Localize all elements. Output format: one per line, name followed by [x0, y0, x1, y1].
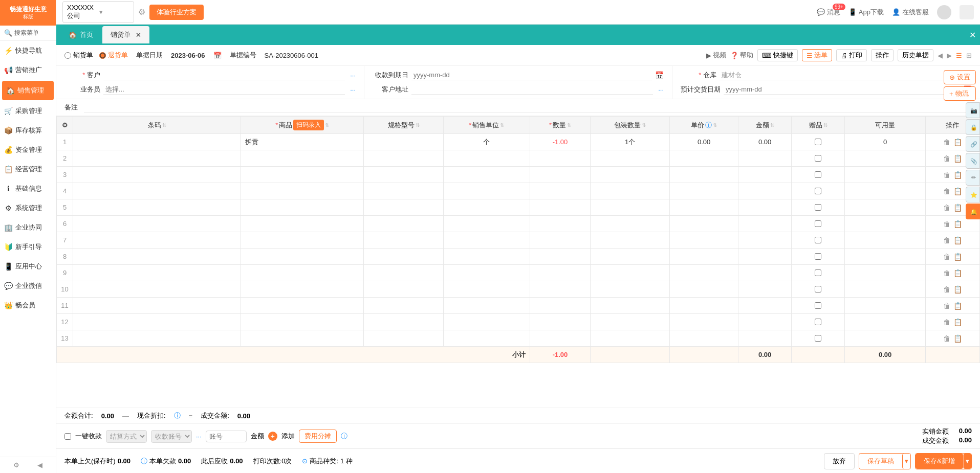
cell-quantity[interactable]: [530, 232, 590, 249]
gift-checkbox[interactable]: [815, 335, 821, 342]
cell-gift[interactable]: [792, 167, 845, 183]
th-gift[interactable]: 赠品 ⇅: [792, 117, 845, 134]
cell-quantity[interactable]: [530, 199, 590, 216]
tab-home[interactable]: 🏠 首页: [60, 26, 101, 43]
help-action[interactable]: ❓ 帮助: [730, 51, 753, 60]
sidebar-item-enterprise[interactable]: 🏢 企业协同: [0, 218, 56, 237]
cell-unit[interactable]: [443, 298, 530, 314]
cell-spec[interactable]: [364, 216, 443, 232]
cell-spec[interactable]: [364, 330, 443, 347]
gift-checkbox[interactable]: [815, 253, 821, 260]
cell-spec[interactable]: [364, 265, 443, 281]
cell-barcode[interactable]: [73, 167, 241, 183]
cell-product[interactable]: [241, 183, 364, 199]
cell-pack-qty[interactable]: [591, 232, 670, 249]
sidebar-item-app-center[interactable]: 📱 应用中心: [0, 257, 56, 276]
one-click-payment-checkbox[interactable]: [64, 433, 71, 440]
th-amount[interactable]: 金额 ⇅: [738, 117, 792, 134]
trial-btn[interactable]: 体验行业方案: [149, 5, 204, 20]
cell-unit-price[interactable]: 0.00: [670, 134, 738, 150]
cell-quantity[interactable]: [530, 167, 590, 183]
print-btn[interactable]: 🖨 打印: [836, 49, 867, 61]
account-input[interactable]: [206, 431, 247, 442]
notes-input[interactable]: [84, 102, 972, 112]
radio-sale[interactable]: 销货单: [64, 51, 93, 60]
cell-spec[interactable]: [364, 183, 443, 199]
gift-checkbox[interactable]: [815, 302, 821, 309]
cell-unit[interactable]: [443, 330, 530, 347]
radio-sale-input[interactable]: [64, 52, 71, 59]
account-select[interactable]: 收款账号: [151, 430, 192, 443]
cell-barcode[interactable]: [73, 134, 241, 150]
sidebar-settings-icon[interactable]: ⚙: [13, 461, 19, 469]
cell-pack-qty[interactable]: [591, 199, 670, 216]
gift-checkbox[interactable]: [815, 220, 821, 227]
cell-quantity[interactable]: [530, 183, 590, 199]
cell-pack-qty[interactable]: [591, 249, 670, 265]
delete-row-icon[interactable]: 🗑: [943, 334, 950, 343]
cell-amount[interactable]: [738, 298, 792, 314]
sidebar-item-quick-nav[interactable]: ⚡ 快捷导航: [0, 41, 56, 60]
cell-spec[interactable]: [364, 167, 443, 183]
tab-sales-order[interactable]: 销货单 ✕: [102, 26, 149, 43]
th-spec[interactable]: 规格型号 ⇅: [364, 117, 443, 134]
list-view-icon[interactable]: ☰: [956, 52, 962, 59]
cell-spec[interactable]: [364, 134, 443, 150]
settlement-select[interactable]: 结算方式: [106, 430, 147, 443]
salesperson-input[interactable]: [103, 84, 345, 95]
cell-barcode[interactable]: [73, 199, 241, 216]
cell-unit[interactable]: [443, 281, 530, 298]
delete-row-icon[interactable]: 🗑: [943, 138, 950, 146]
cell-barcode[interactable]: [73, 150, 241, 167]
cell-unit[interactable]: [443, 314, 530, 330]
history-btn[interactable]: 历史单据: [898, 49, 933, 61]
company-selector[interactable]: XXXXXX公司 ▾: [62, 1, 134, 23]
settings-button[interactable]: ⊕ 设置: [944, 70, 976, 84]
online-service-link[interactable]: 👤 在线客服: [892, 8, 929, 17]
save-new-dropdown[interactable]: ▾: [963, 454, 971, 469]
copy-row-icon[interactable]: 📋: [953, 138, 962, 146]
cell-product[interactable]: [241, 232, 364, 249]
cell-unit[interactable]: [443, 265, 530, 281]
gift-checkbox[interactable]: [815, 286, 821, 292]
video-action[interactable]: ▶ 视频: [706, 51, 726, 60]
cell-unit-price[interactable]: [670, 167, 738, 183]
th-product[interactable]: * 商品 扫码录入 ⇅: [241, 117, 364, 134]
warehouse-input[interactable]: [720, 70, 961, 80]
cell-barcode[interactable]: [73, 249, 241, 265]
delete-row-icon[interactable]: 🗑: [943, 302, 950, 310]
barcode-input[interactable]: [77, 188, 236, 195]
cell-amount[interactable]: [738, 150, 792, 167]
settings-icon[interactable]: ⚙: [138, 7, 145, 17]
cell-gift[interactable]: [792, 216, 845, 232]
logistics-button[interactable]: + 物流: [944, 86, 976, 101]
barcode-input[interactable]: [77, 269, 236, 277]
barcode-input[interactable]: [77, 319, 236, 326]
cell-quantity[interactable]: [530, 216, 590, 232]
barcode-input[interactable]: [77, 155, 236, 162]
cell-pack-qty[interactable]: [591, 314, 670, 330]
float-clip-btn[interactable]: 📎: [966, 153, 980, 169]
barcode-input[interactable]: [77, 237, 236, 244]
th-barcode[interactable]: 条码 ⇅: [73, 117, 241, 134]
collection-date-input[interactable]: [411, 70, 652, 80]
delete-row-icon[interactable]: 🗑: [943, 171, 950, 179]
cell-product[interactable]: [241, 330, 364, 347]
copy-row-icon[interactable]: 📋: [953, 253, 962, 261]
sidebar-item-wechat[interactable]: 💬 企业微信: [0, 276, 56, 296]
cell-unit-price[interactable]: [670, 265, 738, 281]
copy-row-icon[interactable]: 📋: [953, 220, 962, 228]
delete-row-icon[interactable]: 🗑: [943, 204, 950, 212]
float-notification-btn[interactable]: 🔔: [966, 204, 980, 219]
cell-gift[interactable]: [792, 150, 845, 167]
th-settings[interactable]: ⚙: [57, 117, 73, 134]
close-window-icon[interactable]: ✕: [969, 30, 976, 40]
cell-unit-price[interactable]: [670, 150, 738, 167]
cell-barcode[interactable]: [73, 265, 241, 281]
select-btn[interactable]: ☰ 选单: [802, 49, 832, 61]
cell-pack-qty[interactable]: [591, 183, 670, 199]
calendar-icon[interactable]: 📅: [213, 52, 222, 59]
sidebar-collapse-icon[interactable]: ◀: [37, 461, 42, 469]
cell-pack-qty[interactable]: [591, 167, 670, 183]
cell-gift[interactable]: [792, 183, 845, 199]
